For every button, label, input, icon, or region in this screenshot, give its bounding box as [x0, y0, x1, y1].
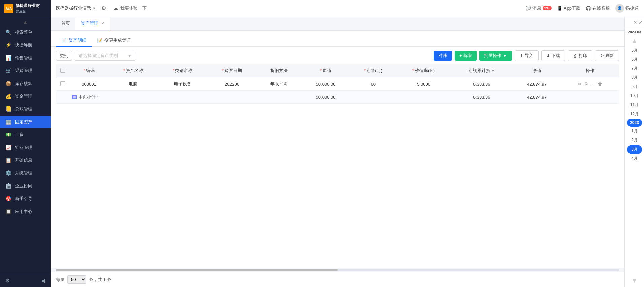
sub-tab-asset-detail[interactable]: 📄 资产明细 [56, 35, 92, 47]
panel-year: 2023.03 [626, 28, 643, 36]
sidebar-item-label: 基础信息 [15, 157, 32, 163]
logo-icon: AtA [4, 4, 13, 13]
print-btn-label: 打印 [579, 53, 587, 59]
month-4[interactable]: 4月 [627, 154, 642, 163]
message-label: 消息 [532, 5, 541, 11]
cell-purchase-date: 202206 [207, 77, 257, 91]
system-icon: ⚙️ [5, 170, 11, 176]
user-btn[interactable]: 👤 畅捷通 [615, 4, 639, 13]
filter-category-text: 类别 [60, 53, 68, 59]
sidebar-item-quick-nav[interactable]: ⚡ 快捷导航 [0, 39, 51, 52]
sidebar-scroll-up-icon[interactable]: ▲ [23, 19, 28, 25]
month-6[interactable]: 6月 [627, 55, 642, 64]
sidebar-item-enterprise[interactable]: 🏛️ 企业协同 [0, 180, 51, 192]
download-btn[interactable]: ⬇ 下载 [541, 50, 565, 61]
sidebar-item-inventory[interactable]: 📦 库存核算 [0, 77, 51, 90]
month-2[interactable]: 2月 [627, 136, 642, 145]
topbar-gear-icon[interactable]: ⚙ [101, 5, 106, 11]
company-selector[interactable]: 医疗器械行业演示 ▼ [56, 5, 96, 11]
experience-btn[interactable]: ☁ 我要体验一下 [113, 5, 147, 11]
batch-btn[interactable]: 批量操作 ▼ [479, 51, 512, 61]
fixed-assets-icon: 🏢 [5, 119, 11, 125]
cell-category: 电子设备 [158, 77, 208, 91]
per-page-select[interactable]: 50 100 200 [67, 275, 86, 284]
settings-icon[interactable]: ⚙ [5, 278, 10, 284]
month-1[interactable]: 1月 [627, 127, 642, 136]
sidebar-item-search[interactable]: 🔍 搜索菜单 [0, 26, 51, 39]
import-icon: ⬆ [520, 53, 523, 58]
online-service-label: 在线客服 [592, 5, 610, 11]
edit-icon[interactable]: ✏ [578, 81, 582, 87]
topbar: 医疗器械行业演示 ▼ ⚙ ☁ 我要体验一下 💬 消息 99+ 📱 App下载 🎧… [51, 0, 644, 17]
month-11[interactable]: 11月 [627, 100, 642, 109]
tab-close-icon[interactable]: ✕ [101, 21, 104, 26]
asset-table: *编码 *资产名称 *类别名称 *购买日期 折旧方法 *原值 *期限(月) *残… [56, 64, 619, 104]
select-all-checkbox[interactable] [60, 68, 65, 73]
right-panel: ✕ ⤢ 2023.03 ▲ 5月 6月 7月 8月 9月 10月 11月 12月… [624, 17, 644, 287]
col-code: 编码 [86, 68, 95, 73]
month-12[interactable]: 12月 [627, 109, 642, 119]
cell-accumulated-depreciation: 6,333.36 [451, 77, 513, 91]
sidebar-item-system[interactable]: ⚙️ 系统管理 [0, 167, 51, 180]
message-btn[interactable]: 💬 消息 99+ [526, 5, 552, 11]
page-content: 首页 资产管理 ✕ 📄 资产明细 📝 变更生成凭证 [51, 17, 624, 287]
sidebar-item-fixed-assets[interactable]: 🏢 固定资产 [0, 116, 51, 128]
sidebar-item-app-center[interactable]: 🔲 应用中心 [0, 205, 51, 218]
management-icon: 📈 [5, 145, 11, 151]
col-name: 资产名称 [126, 68, 143, 73]
company-chevron-icon: ▼ [92, 6, 96, 10]
sub-tab-voucher[interactable]: 📝 变更生成凭证 [92, 35, 136, 47]
sidebar-item-label: 新手引导 [15, 196, 32, 202]
sidebar-item-sales[interactable]: 📊 销售管理 [0, 52, 51, 64]
scrollbar-thumb[interactable] [56, 269, 338, 271]
tab-asset-mgmt[interactable]: 资产管理 ✕ [75, 17, 110, 30]
tab-home-label: 首页 [61, 21, 70, 26]
tab-home[interactable]: 首页 [56, 17, 75, 30]
sidebar-item-label: 企业协同 [15, 183, 32, 189]
sidebar-item-basic-info[interactable]: 📋 基础信息 [0, 154, 51, 167]
collapse-icon[interactable]: ◀ [41, 278, 45, 284]
subtotal-label: 本页小计： [78, 94, 100, 100]
close-panel-icon[interactable]: ✕ [633, 20, 637, 25]
sidebar-item-payroll[interactable]: 💵 工资 [0, 128, 51, 141]
print-btn[interactable]: 🖨 打印 [568, 50, 592, 61]
month-7[interactable]: 7月 [627, 64, 642, 73]
row-checkbox[interactable] [60, 81, 65, 86]
sidebar-item-guide[interactable]: 🎯 新手引导 [0, 192, 51, 205]
cell-net-value: 42,874.97 [513, 77, 561, 91]
filter-placeholder: 请选择固定资产类别 [79, 53, 118, 59]
month-9[interactable]: 9月 [627, 82, 642, 91]
sidebar-item-ledger[interactable]: 📒 总账管理 [0, 103, 51, 116]
online-service-btn[interactable]: 🎧 在线客服 [586, 5, 610, 11]
sidebar-item-capital[interactable]: 💰 资金管理 [0, 90, 51, 103]
import-btn[interactable]: ⬆ 导入 [515, 50, 539, 61]
app-download-btn[interactable]: 📱 App下载 [557, 5, 580, 11]
scrollbar-track[interactable] [56, 269, 619, 271]
sidebar-item-management[interactable]: 📈 经营管理 [0, 141, 51, 154]
toolbar-right: 对账 + 新增 批量操作 ▼ ⬆ 导入 [434, 50, 619, 61]
month-scroll-up-icon[interactable]: ▲ [630, 36, 639, 46]
avatar: 👤 [615, 4, 624, 13]
delete-icon[interactable]: 🗑 [597, 81, 602, 87]
month-scroll-down-icon[interactable]: ▼ [632, 277, 638, 284]
more-icon[interactable]: ⋯ [590, 81, 595, 87]
month-3[interactable]: 3月 [627, 145, 642, 154]
copy-icon[interactable]: ⎘ [585, 81, 587, 87]
cell-depreciation-method: 年限平均 [257, 77, 302, 91]
month-5[interactable]: 5月 [627, 46, 642, 55]
month-10[interactable]: 10月 [627, 91, 642, 100]
refresh-btn[interactable]: ↻ 刷新 [595, 50, 619, 61]
table-row: 000001 电脑 电子设备 202206 年限平均 50,000.00 60 … [56, 77, 619, 91]
cell-original-value: 50,000.00 [301, 77, 350, 91]
expand-panel-icon[interactable]: ⤢ [639, 20, 643, 25]
content-wrapper: 首页 资产管理 ✕ 📄 资产明细 📝 变更生成凭证 [51, 17, 644, 287]
filter-chevron-icon: ▼ [127, 53, 132, 58]
month-8[interactable]: 8月 [627, 73, 642, 82]
category-filter-select[interactable]: 请选择固定资产类别 ▼ [75, 51, 135, 61]
subtotal-original-value: 50,000.00 [301, 91, 350, 104]
message-badge: 99+ [543, 6, 552, 10]
account-btn[interactable]: 对账 [434, 51, 452, 61]
sub-tabs: 📄 资产明细 📝 变更生成凭证 [51, 35, 624, 47]
new-btn[interactable]: + 新增 [455, 51, 477, 61]
sidebar-item-purchase[interactable]: 🛒 采购管理 [0, 64, 51, 77]
